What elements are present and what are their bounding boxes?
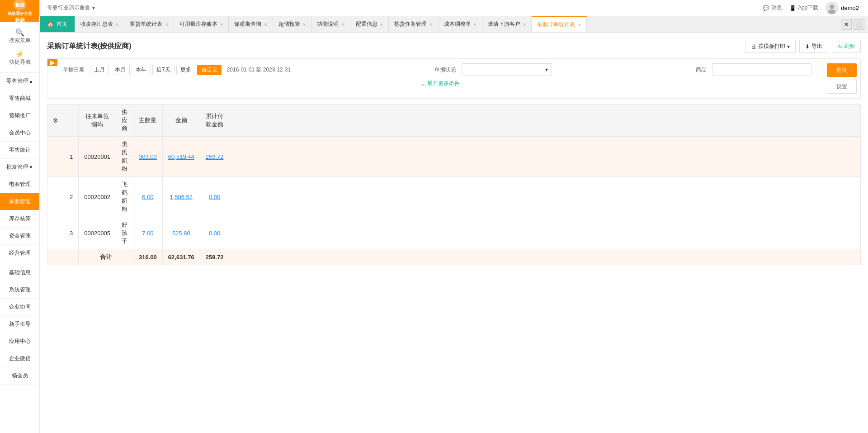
- sidebar-item-wechat[interactable]: 企业微信: [0, 350, 39, 367]
- row-qty-cell: 6.00: [133, 177, 163, 217]
- col-settings[interactable]: ⚙: [47, 105, 64, 137]
- sidebar-item-finance[interactable]: 资金管理: [0, 228, 39, 245]
- tab-maximize-btn[interactable]: ⬜: [854, 19, 864, 30]
- sidebar-item-member2[interactable]: 畅会员: [0, 367, 39, 385]
- tab-close-cost-adjust[interactable]: ×: [474, 22, 476, 27]
- search-button[interactable]: 查询: [827, 63, 857, 77]
- tab-purchase-stat[interactable]: 采购订单统计表 ×: [532, 16, 586, 33]
- filter-settings-button[interactable]: 设置: [827, 80, 857, 94]
- amount-link[interactable]: 525.80: [172, 230, 190, 237]
- more-date-btn[interactable]: 更多: [176, 65, 195, 75]
- message-btn[interactable]: 💬 消息: [763, 4, 782, 12]
- search-menu-item[interactable]: 🔍 搜索菜单: [2, 25, 38, 47]
- print-icon: 🖨: [751, 43, 756, 50]
- refresh-icon: ↻: [838, 43, 842, 50]
- sidebar-item-purchase[interactable]: 采购管理: [0, 193, 39, 210]
- table-footer-row: 合计 316.00 62,631.76 259.72: [47, 249, 861, 265]
- paid-link[interactable]: 0.00: [209, 194, 220, 200]
- tab-close-order-summary[interactable]: ×: [165, 22, 168, 27]
- workspace-selector[interactable]: 母婴行业演示账套 ▾: [43, 4, 99, 12]
- this-year-btn[interactable]: 本年: [132, 65, 151, 75]
- sidebar-item-ecommerce[interactable]: 电商管理: [0, 176, 39, 193]
- user-profile[interactable]: demo2: [826, 2, 859, 14]
- sidebar-item-inventory[interactable]: 库存核算: [0, 210, 39, 228]
- tab-overstock[interactable]: 超储预警 ×: [273, 16, 311, 33]
- custom-date-badge: 自定义: [197, 65, 222, 75]
- sidebar-item-basic[interactable]: 基础信息: [0, 264, 39, 281]
- row-unit-code-cell: 00020001: [79, 137, 116, 177]
- page-title: 采购订单统计表(按供应商): [47, 42, 132, 51]
- tab-close-expiry-query[interactable]: ×: [264, 22, 267, 27]
- footer-amount-cell: 62,631.76: [162, 249, 200, 265]
- tab-invite-downstream[interactable]: 邀请下游客户 ×: [482, 16, 532, 33]
- header-right: 💬 消息 📱 App下载 demo2: [757, 2, 864, 14]
- sidebar-item-operation[interactable]: 经营管理: [0, 245, 39, 262]
- status-select[interactable]: ▾: [462, 63, 552, 76]
- row-supplier-cell: 惠氏奶粉: [116, 137, 133, 177]
- qty-link[interactable]: 6.00: [142, 194, 153, 200]
- sidebar: 畅捷 畅捷通好生意 标题 🔍 搜索菜单 ⚡ 快捷导航 零售管理▲ 零售商城 营销…: [0, 0, 40, 433]
- export-button[interactable]: ⬇ 导出: [799, 40, 828, 53]
- tab-cost-adjust[interactable]: 成本调整单 ×: [439, 16, 482, 33]
- username-label: demo2: [841, 5, 859, 11]
- more-options-icon[interactable]: ···: [813, 67, 818, 73]
- goods-filter-label: 商品: [696, 66, 707, 74]
- qty-link[interactable]: 303.00: [139, 153, 157, 160]
- goods-input[interactable]: [712, 63, 811, 76]
- sidebar-item-member[interactable]: 会员中心: [0, 124, 39, 142]
- tab-expiry-query[interactable]: 保质期查询 ×: [229, 16, 273, 33]
- app-download-btn[interactable]: 📱 App下载: [789, 4, 818, 12]
- last-7days-btn[interactable]: 近7天: [152, 65, 175, 75]
- sidebar-item-wholesale[interactable]: 批发管理▼: [0, 159, 39, 176]
- last-month-btn[interactable]: 上月: [90, 65, 109, 75]
- tab-close-all-btn[interactable]: ✕: [841, 19, 852, 30]
- this-month-btn[interactable]: 本月: [111, 65, 130, 75]
- tab-close-invite-downstream[interactable]: ×: [523, 22, 526, 27]
- export-icon: ⬇: [805, 43, 810, 50]
- paid-link[interactable]: 259.72: [206, 153, 224, 160]
- row-unit-code-cell: 00020005: [79, 217, 116, 249]
- tab-close-config-info[interactable]: ×: [380, 22, 383, 27]
- qty-link[interactable]: 7.00: [142, 230, 153, 237]
- refresh-button[interactable]: ↻ 刷新: [832, 40, 861, 53]
- tab-config-info[interactable]: 配置信息 ×: [350, 16, 389, 33]
- sidebar-item-system[interactable]: 系统管理: [0, 281, 39, 299]
- tab-bar: 🏠 首页 收发存汇总表 × 要货单统计表 × 可用量库存账本 × 保质期查询 ×…: [40, 16, 868, 33]
- expand-filter-btn[interactable]: ⌄ 展开更多条件: [421, 80, 460, 87]
- quick-nav-item[interactable]: ⚡ 快捷导航: [2, 47, 38, 69]
- tab-order-summary[interactable]: 要货单统计表 ×: [124, 16, 174, 33]
- date-quick-buttons: 上月 本月 本年 近7天 更多 自定义: [90, 65, 222, 75]
- filter-toggle-button[interactable]: ▶: [47, 59, 57, 66]
- sidebar-item-appstore[interactable]: 应用中心: [0, 333, 39, 350]
- tab-close-pick-task[interactable]: ×: [429, 22, 432, 27]
- row-unit-code-cell: 00020002: [79, 177, 116, 217]
- amount-link[interactable]: 1,586.52: [170, 194, 193, 200]
- tab-close-receive-summary[interactable]: ×: [116, 22, 118, 27]
- sidebar-item-retail-stat[interactable]: 零售统计: [0, 142, 39, 159]
- paid-link[interactable]: 0.00: [209, 230, 220, 237]
- sidebar-search-section: 🔍 搜索菜单 ⚡ 快捷导航: [0, 22, 39, 73]
- tab-close-overstock[interactable]: ×: [303, 22, 306, 27]
- tab-close-inventory-account[interactable]: ×: [220, 22, 223, 27]
- sidebar-item-enterprise[interactable]: 企业协同: [0, 299, 39, 316]
- tab-close-func-desc[interactable]: ×: [341, 22, 344, 27]
- top-bar: 母婴行业演示账套 ▾ 💬 消息 📱 App下载 demo2: [40, 0, 868, 16]
- tab-inventory-account[interactable]: 可用量库存账本 ×: [174, 16, 229, 33]
- print-button[interactable]: 🖨 按模板打印 ▾: [745, 40, 796, 53]
- row-empty-cell: [229, 137, 861, 177]
- sidebar-item-marketing[interactable]: 营销推广: [0, 107, 39, 124]
- footer-qty-cell: 316.00: [133, 249, 163, 265]
- row-amount-cell: 1,586.52: [162, 177, 200, 217]
- sidebar-item-retail[interactable]: 零售管理▲: [0, 73, 39, 90]
- row-supplier-cell: 飞鹤奶粉: [116, 177, 133, 217]
- tab-home[interactable]: 🏠 首页: [40, 16, 75, 33]
- tab-close-purchase-stat[interactable]: ×: [578, 22, 580, 28]
- sidebar-item-newguide[interactable]: 新手引导: [0, 316, 39, 333]
- row-settings-cell: [47, 217, 64, 249]
- amount-link[interactable]: 60,519.44: [168, 153, 194, 160]
- sidebar-item-retail-shop[interactable]: 零售商城: [0, 90, 39, 107]
- footer-empty-cell: [229, 249, 861, 265]
- tab-pick-task[interactable]: 拣货任务管理 ×: [389, 16, 438, 33]
- tab-func-desc[interactable]: 功能说明 ×: [311, 16, 350, 33]
- tab-receive-summary[interactable]: 收发存汇总表 ×: [75, 16, 124, 33]
